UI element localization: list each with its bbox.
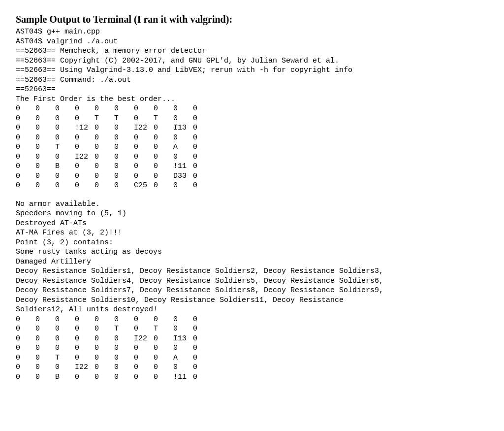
grid-cell: 0	[114, 372, 134, 382]
grid-cell: 0	[193, 114, 213, 124]
grid-cell: 0	[154, 363, 173, 372]
grid-cell: 0	[55, 104, 75, 114]
grid-cell: 0	[134, 142, 154, 152]
grid-row: 0000000000	[16, 315, 488, 325]
terminal-messages: No armor available. Speeders moving to (…	[16, 199, 488, 315]
grid-cell: 0	[193, 324, 213, 334]
grid-row: 00T00000A0	[16, 142, 488, 152]
grid-cell: 0	[16, 114, 35, 124]
grid-cell: 0	[134, 324, 154, 334]
grid-cell: T	[154, 114, 173, 124]
grid-cell: 0	[114, 334, 134, 344]
grid-cell: 0	[134, 171, 154, 181]
grid-cell: 0	[55, 343, 75, 353]
grid-cell: 0	[193, 142, 213, 152]
grid-cell: 0	[134, 372, 154, 382]
grid-cell: 0	[55, 123, 75, 133]
grid-cell: 0	[193, 104, 213, 114]
grid-cell: 0	[173, 152, 193, 162]
grid-cell: 0	[35, 181, 55, 191]
grid-cell: 0	[193, 162, 213, 171]
grid-cell: 0	[16, 171, 35, 181]
grid-cell: 0	[75, 324, 94, 334]
grid-cell: 0	[16, 142, 35, 152]
grid-cell: 0	[35, 142, 55, 152]
grid-cell: !12	[75, 123, 94, 133]
grid-cell: T	[114, 324, 134, 334]
grid-cell: 0	[154, 353, 173, 363]
grid-cell: 0	[134, 104, 154, 114]
grid-cell: 0	[55, 315, 75, 325]
terminal-preamble: AST04$ g++ main.cpp AST04$ valgrind ./a.…	[16, 27, 488, 104]
grid-row: 000I22000000	[16, 363, 488, 372]
grid-cell: 0	[16, 334, 35, 344]
grid-cell: 0	[193, 152, 213, 162]
grid-cell: 0	[114, 181, 134, 191]
grid-cell: 0	[35, 162, 55, 171]
grid-cell: 0	[154, 123, 173, 133]
grid-cell: 0	[75, 114, 94, 124]
grid-cell: 0	[55, 171, 75, 181]
grid-cell: 0	[75, 353, 94, 363]
grid-cell: 0	[114, 171, 134, 181]
grid-cell: 0	[193, 133, 213, 143]
grid-cell: 0	[94, 142, 114, 152]
grid-cell: 0	[193, 343, 213, 353]
grid-cell: 0	[154, 104, 173, 114]
grid-cell: 0	[193, 334, 213, 344]
grid-cell: B	[55, 162, 75, 171]
grid-cell: 0	[35, 315, 55, 325]
grid-cell: 0	[75, 181, 94, 191]
grid-cell: 0	[16, 324, 35, 334]
grid-cell: 0	[75, 171, 94, 181]
grid-cell: 0	[154, 171, 173, 181]
grid-cell: 0	[16, 133, 35, 143]
grid-cell: 0	[35, 171, 55, 181]
grid-cell: 0	[16, 343, 35, 353]
grid-cell: C25	[134, 181, 154, 191]
grid-cell: 0	[16, 372, 35, 382]
grid-cell: T	[55, 353, 75, 363]
grid-cell: 0	[75, 133, 94, 143]
grid-cell: 0	[16, 104, 35, 114]
grid-cell: I22	[75, 363, 94, 372]
grid-cell: 0	[134, 353, 154, 363]
grid-cell: I22	[134, 123, 154, 133]
grid-cell: 0	[94, 372, 114, 382]
grid-cell: 0	[55, 334, 75, 344]
grid-cell: 0	[75, 104, 94, 114]
grid-row: 00B00000!110	[16, 162, 488, 171]
grid-cell: 0	[114, 104, 134, 114]
grid-cell: I22	[75, 152, 94, 162]
grid-cell: 0	[154, 181, 173, 191]
grid-cell: 0	[55, 363, 75, 372]
grid-cell: A	[173, 353, 193, 363]
grid-cell: 0	[193, 353, 213, 363]
grid-cell: 0	[154, 315, 173, 325]
grid-cell: 0	[16, 181, 35, 191]
grid-cell: 0	[35, 334, 55, 344]
grid-cell: 0	[16, 363, 35, 372]
grid-cell: 0	[94, 152, 114, 162]
grid-cell: 0	[35, 363, 55, 372]
grid-cell: T	[154, 324, 173, 334]
grid-cell: T	[94, 114, 114, 124]
grid-cell: 0	[154, 142, 173, 152]
grid-cell: I13	[173, 334, 193, 344]
grid-cell: 0	[154, 334, 173, 344]
grid-row: 000!1200I220I130	[16, 123, 488, 133]
grid-cell: 0	[94, 334, 114, 344]
grid-cell: 0	[173, 181, 193, 191]
grid-cell: !11	[173, 372, 193, 382]
grid-cell: 0	[134, 133, 154, 143]
grid-cell: 0	[134, 343, 154, 353]
grid-row: 0000TT0T00	[16, 114, 488, 124]
grid-row: 000000I220I130	[16, 334, 488, 344]
grid-cell: 0	[75, 315, 94, 325]
grid-cell: 0	[55, 133, 75, 143]
grid-cell: 0	[35, 353, 55, 363]
grid-cell: 0	[173, 324, 193, 334]
grid-cell: 0	[75, 372, 94, 382]
grid-cell: 0	[35, 152, 55, 162]
grid-cell: B	[55, 372, 75, 382]
